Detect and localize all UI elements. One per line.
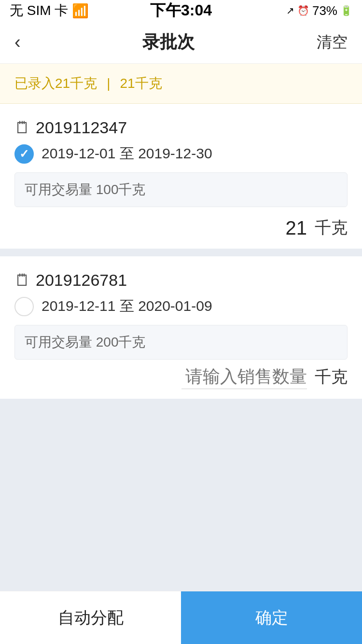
status-time: 下午3:04 [150,0,212,21]
batch-1-available: 可用交易量 100千克 [14,172,348,207]
back-button[interactable]: ‹ [14,32,21,53]
battery-icon: 🔋 [340,5,352,16]
batch-2-date-row: 2019-12-11 至 2020-01-09 [14,296,348,316]
batch-2-quantity-row: 千克 [0,360,362,399]
page-title: 录批次 [142,30,195,54]
wifi-icon: 📶 [72,3,89,19]
batch-2-available: 可用交易量 200千克 [14,325,348,360]
batch-1-date: 2019-12-01 至 2019-12-30 [42,144,212,164]
batch-2-checkbox[interactable] [14,297,34,316]
batch-1-quantity-unit: 千克 [315,217,348,239]
batch-1-icon: 🗒 [14,118,31,137]
total-amount: 21千克 [120,74,162,93]
no-sim-text: 无 SIM 卡 [10,1,68,20]
batch-1-checkbox[interactable] [14,144,34,164]
recorded-amount: 已录入21千克 [14,74,97,93]
bottom-buttons: 自动分配 确定 [0,591,362,644]
bottom-fill-area [0,399,362,592]
auto-distribute-button[interactable]: 自动分配 [0,591,181,644]
status-right: ↗ ⏰ 73% 🔋 [286,3,352,18]
batch-2-quantity-input[interactable] [181,364,307,389]
info-banner: 已录入21千克 | 21千克 [0,64,362,104]
batch-item-2: 🗒 2019126781 2019-12-11 至 2020-01-09 可用交… [0,256,362,360]
batch-1-header: 🗒 2019112347 [14,118,348,137]
alarm-icon: ⏰ [297,5,309,16]
batch-2-header: 🗒 2019126781 [14,271,348,290]
batch-1-quantity-row: 21 千克 [0,207,362,249]
nav-bar: ‹ 录批次 清空 [0,21,362,64]
separator-1 [0,249,362,256]
batch-1-quantity-value: 21 [286,217,307,239]
status-bar: 无 SIM 卡 📶 下午3:04 ↗ ⏰ 73% 🔋 [0,0,362,21]
batch-2-icon: 🗒 [14,271,31,290]
confirm-button[interactable]: 确定 [181,591,362,644]
status-left: 无 SIM 卡 📶 [10,1,89,20]
battery-text: 73% [312,3,337,18]
location-icon: ↗ [286,5,294,16]
clear-button[interactable]: 清空 [317,32,348,53]
batch-1-id: 2019112347 [36,118,127,137]
banner-divider: | [107,76,110,91]
batch-item-1: 🗒 2019112347 2019-12-01 至 2019-12-30 可用交… [0,104,362,207]
batch-2-date: 2019-12-11 至 2020-01-09 [42,296,212,316]
batch-2-id: 2019126781 [36,271,127,290]
batch-2-quantity-unit: 千克 [315,366,348,388]
batch-1-date-row: 2019-12-01 至 2019-12-30 [14,144,348,164]
